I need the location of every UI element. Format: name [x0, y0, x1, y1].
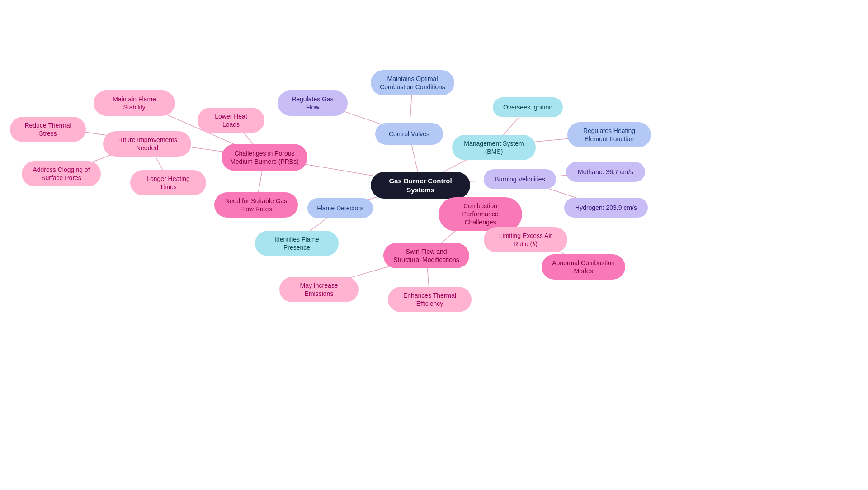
node-controlValves[interactable]: Control Valves: [375, 123, 443, 145]
node-oversees[interactable]: Oversees Ignition: [493, 97, 563, 117]
node-burningVel[interactable]: Burning Velocities: [484, 169, 556, 189]
node-hydrogen[interactable]: Hydrogen: 203.9 cm/s: [564, 198, 648, 218]
node-maintainFlame[interactable]: Maintain Flame Stability: [94, 90, 175, 116]
node-lowerHeatLoads[interactable]: Lower Heat Loads: [198, 108, 264, 133]
node-identifiesFlame[interactable]: Identifies Flame Presence: [255, 231, 339, 256]
node-bms[interactable]: Management System (BMS): [452, 135, 536, 160]
node-reduceTherm[interactable]: Reduce Thermal Stress: [10, 117, 86, 142]
node-needForGas[interactable]: Need for Suitable Gas Flow Rates: [214, 192, 298, 218]
node-abnormal[interactable]: Abnormal Combustion Modes: [542, 254, 625, 280]
node-longerHeating[interactable]: Longer Heating Times: [130, 170, 206, 195]
node-challenges[interactable]: Challenges in Porous Medium Burners (PRB…: [222, 144, 307, 171]
node-swirlFlow[interactable]: Swirl Flow and Structural Modifications: [383, 243, 469, 268]
node-limitingExcess[interactable]: Limiting Excess Air Ratio (λ): [484, 227, 567, 252]
node-regulatesGasFlow[interactable]: Regulates Gas Flow: [278, 90, 348, 116]
node-flameDetectors[interactable]: Flame Detectors: [307, 198, 373, 218]
node-regulatesHeating[interactable]: Regulates Heating Element Function: [567, 122, 651, 147]
node-maintainsOptimal[interactable]: Maintains Optimal Combustion Conditions: [371, 70, 454, 95]
node-enhancesTherm[interactable]: Enhances Thermal Efficiency: [388, 287, 472, 312]
node-futureImprovements[interactable]: Future Improvements Needed: [103, 131, 191, 157]
node-combustionPerf[interactable]: Combustion Performance Challenges: [439, 197, 522, 231]
node-addressClogging[interactable]: Address Clogging of Surface Pores: [22, 161, 101, 186]
node-center[interactable]: Gas Burner Control Systems: [371, 172, 470, 199]
node-methane[interactable]: Methane: 36.7 cm/s: [566, 162, 645, 182]
node-mayIncrease[interactable]: May Increase Emissions: [279, 277, 359, 302]
